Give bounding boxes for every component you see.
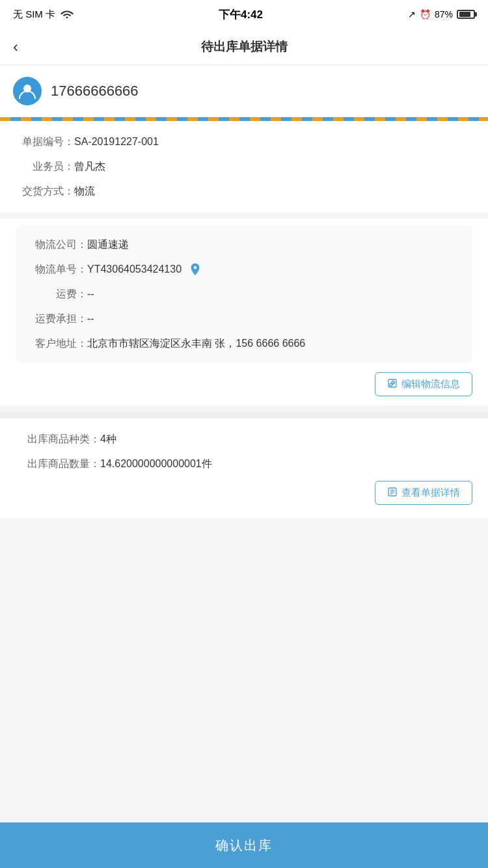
freight-label: 运费： (29, 286, 87, 302)
clock-status-icon: ⏰ (420, 9, 431, 20)
customer-phone: 17666666666 (51, 83, 139, 100)
freight-bearer-label: 运费承担： (29, 311, 87, 327)
confirm-button-label: 确认出库 (215, 837, 273, 854)
freight-value: -- (87, 286, 459, 302)
edit-icon (387, 378, 398, 390)
goods-quantity-label: 出库商品数量： (16, 456, 100, 472)
order-info-section: 单据编号： SA-20191227-001 业务员： 曾凡杰 交货方式： 物流 (0, 121, 488, 212)
view-detail-area: 查看单据详情 (16, 481, 472, 505)
freight-row: 运费： -- (29, 286, 459, 302)
freight-bearer-row: 运费承担： -- (29, 311, 459, 327)
address-row: 客户地址： 北京市市辖区海淀区永丰南 张，156 6666 6666 (29, 336, 459, 351)
view-detail-button[interactable]: 查看单据详情 (375, 481, 472, 505)
back-button[interactable]: ‹ (13, 39, 18, 55)
logistics-section: 物流公司： 圆通速递 物流单号： YT43064053424130 运费： --… (0, 219, 488, 405)
carrier-text: 无 SIM 卡 (13, 8, 55, 21)
delivery-method-row: 交货方式： 物流 (16, 183, 472, 199)
logistics-company-label: 物流公司： (29, 237, 87, 252)
status-right: ↗ ⏰ 87% (408, 9, 475, 20)
goods-types-label: 出库商品种类： (16, 431, 100, 447)
wifi-icon (61, 8, 74, 20)
tracking-no-row: 物流单号： YT43064053424130 (29, 262, 459, 277)
delivery-method-value: 物流 (74, 183, 472, 199)
list-icon (387, 487, 398, 499)
order-no-value: SA-20191227-001 (74, 134, 472, 150)
status-bar: 无 SIM 卡 下午4:42 ↗ ⏰ 87% (0, 0, 488, 29)
edit-logistics-label: 编辑物流信息 (401, 378, 460, 390)
view-detail-label: 查看单据详情 (401, 487, 460, 499)
logistics-company-value: 圆通速递 (87, 237, 459, 252)
freight-bearer-value: -- (87, 311, 459, 327)
nav-bar: ‹ 待出库单据详情 (0, 29, 488, 65)
address-label: 客户地址： (29, 336, 87, 351)
status-time: 下午4:42 (219, 7, 263, 22)
tracking-no-value: YT43064053424130 (87, 262, 459, 277)
battery-icon (457, 10, 475, 19)
order-no-label: 单据编号： (16, 134, 74, 150)
tracking-no-label: 物流单号： (29, 262, 87, 277)
status-left: 无 SIM 卡 (13, 8, 74, 21)
logistics-card: 物流公司： 圆通速递 物流单号： YT43064053424130 运费： --… (16, 225, 472, 363)
address-value: 北京市市辖区海淀区永丰南 张，156 6666 6666 (87, 336, 459, 351)
bottom-spacer (0, 524, 488, 629)
logistics-company-row: 物流公司： 圆通速递 (29, 237, 459, 252)
location-status-icon: ↗ (408, 9, 416, 20)
goods-quantity-row: 出库商品数量： 14.620000000000001件 (16, 456, 472, 472)
sales-person-label: 业务员： (16, 159, 74, 174)
avatar (13, 77, 42, 105)
sales-person-value: 曾凡杰 (74, 159, 472, 174)
goods-types-value: 4种 (100, 431, 472, 447)
confirm-bar[interactable]: 确认出库 (0, 822, 488, 868)
battery-percent: 87% (435, 9, 453, 20)
goods-types-row: 出库商品种类： 4种 (16, 431, 472, 447)
tracking-location-icon[interactable] (188, 262, 202, 277)
customer-row: 17666666666 (0, 65, 488, 117)
goods-info-section: 出库商品种类： 4种 出库商品数量： 14.620000000000001件 查… (0, 418, 488, 518)
page-title: 待出库单据详情 (201, 38, 288, 55)
order-no-row: 单据编号： SA-20191227-001 (16, 134, 472, 150)
edit-logistics-area: 编辑物流信息 (16, 372, 472, 396)
edit-logistics-button[interactable]: 编辑物流信息 (375, 372, 472, 396)
delivery-method-label: 交货方式： (16, 183, 74, 199)
goods-quantity-value: 14.620000000000001件 (100, 456, 472, 472)
sales-person-row: 业务员： 曾凡杰 (16, 159, 472, 174)
section-divider (0, 412, 488, 418)
